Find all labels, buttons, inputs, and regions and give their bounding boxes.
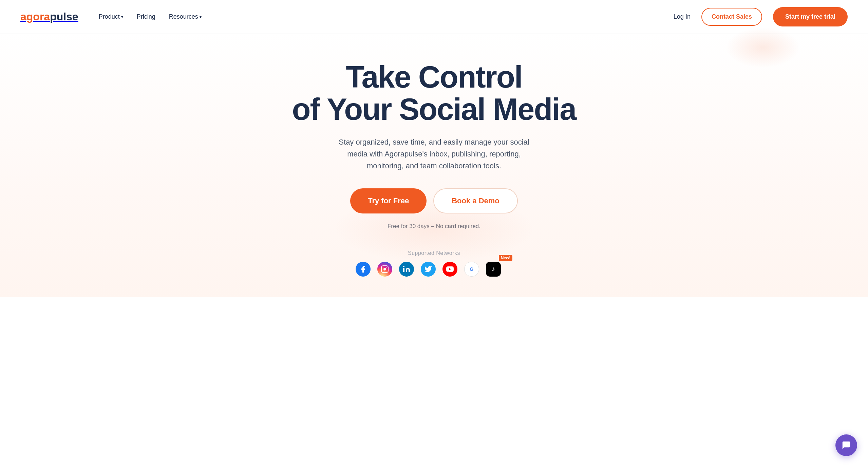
contact-sales-button[interactable]: Contact Sales bbox=[701, 8, 762, 26]
supported-networks: Supported Networks G ♪ New! bbox=[356, 250, 513, 277]
free-note: Free for 30 days – No card required. bbox=[388, 223, 480, 230]
try-free-button[interactable]: Try for Free bbox=[350, 188, 427, 213]
google-mybusiness-icon: G bbox=[464, 262, 479, 277]
instagram-icon bbox=[377, 262, 392, 277]
nav-product[interactable]: Product ▾ bbox=[99, 13, 123, 20]
start-trial-button[interactable]: Start my free trial bbox=[773, 7, 848, 26]
logo[interactable]: agorapulse bbox=[20, 11, 99, 23]
twitter-icon bbox=[421, 262, 436, 277]
logo-agora: agora bbox=[20, 11, 50, 23]
linkedin-icon bbox=[399, 262, 414, 277]
facebook-icon bbox=[356, 262, 371, 277]
supported-networks-label: Supported Networks bbox=[408, 250, 460, 256]
tiktok-wrap: ♪ New! bbox=[486, 262, 513, 277]
logo-pulse: pulse bbox=[50, 11, 78, 23]
svg-point-3 bbox=[403, 266, 404, 267]
hero-section: Take Control of Your Social Media Stay o… bbox=[0, 34, 868, 297]
hero-subtitle: Stay organized, save time, and easily ma… bbox=[329, 136, 539, 172]
chevron-down-icon: ▾ bbox=[200, 15, 202, 19]
chevron-down-icon: ▾ bbox=[121, 15, 123, 19]
tiktok-icon: ♪ bbox=[486, 262, 501, 277]
chat-widget[interactable] bbox=[835, 434, 857, 456]
book-demo-button[interactable]: Book a Demo bbox=[433, 188, 518, 213]
youtube-icon bbox=[442, 262, 457, 277]
hero-buttons: Try for Free Book a Demo bbox=[350, 188, 518, 213]
tiktok-new-badge: New! bbox=[499, 255, 513, 261]
hero-title: Take Control of Your Social Media bbox=[292, 61, 576, 125]
login-link[interactable]: Log In bbox=[674, 13, 691, 20]
navigation: agorapulse Product ▾ Pricing Resources ▾… bbox=[0, 0, 868, 34]
nav-links: Product ▾ Pricing Resources ▾ bbox=[99, 13, 674, 20]
svg-rect-2 bbox=[403, 268, 404, 272]
nav-resources[interactable]: Resources ▾ bbox=[169, 13, 202, 20]
nav-right: Log In Contact Sales Start my free trial bbox=[674, 7, 848, 26]
nav-pricing[interactable]: Pricing bbox=[137, 13, 155, 20]
network-icons-list: G ♪ New! bbox=[356, 262, 513, 277]
